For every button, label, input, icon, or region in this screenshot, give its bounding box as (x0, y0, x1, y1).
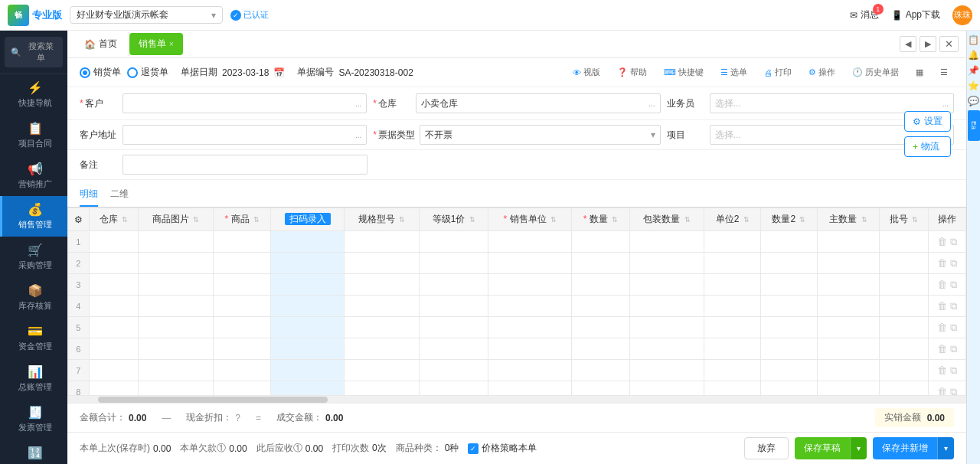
cell-3-price1[interactable] (420, 274, 488, 296)
cell-6-spec[interactable] (345, 338, 420, 360)
tab-detail[interactable]: 明细 (80, 185, 98, 207)
invoice-type-select[interactable]: 不开票 ▾ (420, 125, 661, 145)
user-avatar[interactable]: 珠珠 (952, 5, 972, 25)
right-panel-active-btn[interactable]: Ea (968, 110, 980, 141)
cell-2-warehouse[interactable] (89, 253, 138, 274)
copy-icon[interactable]: ⧉ (950, 257, 957, 270)
save-draft-dropdown[interactable]: ▾ (850, 437, 867, 459)
cell-1-warehouse[interactable] (89, 231, 138, 253)
tab-prev-button[interactable]: ◀ (900, 36, 916, 52)
cell-1-quantity[interactable] (572, 231, 630, 253)
cell-2-image[interactable] (139, 253, 214, 274)
cell-7-warehouse[interactable] (89, 360, 138, 381)
cell-3-unit[interactable] (488, 274, 572, 296)
cell-8-packqty[interactable] (629, 381, 704, 396)
copy-icon[interactable]: ⧉ (950, 300, 957, 312)
cell-5-unit[interactable] (488, 317, 572, 338)
cell-6-warehouse[interactable] (89, 338, 138, 360)
cell-4-batch[interactable] (879, 296, 928, 317)
cell-4-qty2[interactable] (761, 296, 818, 317)
cell-2-packqty[interactable] (629, 253, 704, 274)
cell-1-spec[interactable] (345, 231, 420, 253)
cell-2-qty[interactable] (572, 253, 630, 274)
delete-icon[interactable]: 🗑 (937, 236, 947, 248)
sales-radio[interactable]: 销货单 (80, 66, 121, 79)
cell-3-spec[interactable] (345, 274, 420, 296)
delete-icon[interactable]: 🗑 (937, 300, 947, 312)
cell-3-unit2[interactable] (704, 274, 761, 296)
cell-4-qty[interactable] (572, 296, 630, 317)
cell-3-batch[interactable] (879, 274, 928, 296)
tab-2d[interactable]: 二维 (110, 185, 129, 207)
cell-4-product[interactable] (213, 296, 271, 317)
cell-2-unit[interactable] (488, 253, 572, 274)
question-icon[interactable]: ? (235, 413, 240, 423)
cell-7-scan[interactable] (271, 360, 345, 381)
horizontal-scrollbar[interactable] (67, 395, 966, 403)
cell-3-product[interactable] (213, 274, 271, 296)
cell-8-warehouse[interactable] (89, 381, 138, 396)
print-button[interactable]: 🖨 打印 (758, 64, 798, 80)
cell-6-packqty[interactable] (629, 338, 704, 360)
cell-2-price1[interactable] (420, 253, 488, 274)
help-button[interactable]: ❓ 帮助 (611, 64, 653, 80)
cell-4-image[interactable] (139, 296, 214, 317)
cell-8-qty2[interactable] (761, 381, 818, 396)
cell-1-product[interactable] (213, 231, 271, 253)
right-panel-icon-3[interactable]: 📌 (968, 64, 980, 77)
delete-icon[interactable]: 🗑 (937, 343, 947, 355)
cell-6-image[interactable] (139, 338, 214, 360)
delete-icon[interactable]: 🗑 (937, 279, 947, 291)
cell-5-warehouse[interactable] (89, 317, 138, 338)
delete-icon[interactable]: 🗑 (937, 257, 947, 270)
cell-4-unit[interactable] (488, 296, 572, 317)
right-panel-icon-5[interactable]: 💬 (968, 95, 980, 107)
tab-next-button[interactable]: ▶ (920, 36, 936, 52)
company-selector[interactable]: 好业财专业版演示帐套 ▾ (70, 6, 223, 24)
shortcut-button[interactable]: ⌨ 快捷键 (658, 64, 710, 80)
cell-5-image[interactable] (139, 317, 214, 338)
copy-icon[interactable]: ⧉ (950, 343, 957, 355)
messages-button[interactable]: ✉ 消息 1 (850, 8, 879, 21)
cell-2-mainqty[interactable] (817, 253, 879, 274)
cell-3-scan[interactable] (271, 274, 345, 296)
cell-1-scan[interactable] (271, 231, 345, 253)
cell-3-packqty[interactable] (629, 274, 704, 296)
cell-4-price1[interactable] (420, 296, 488, 317)
right-panel-icon-4[interactable]: ⭐ (968, 80, 980, 92)
save-new-button[interactable]: 保存并新增 (873, 437, 937, 459)
cell-5-product[interactable] (213, 317, 271, 338)
cell-3-qty2[interactable] (761, 274, 818, 296)
cell-2-qty2[interactable] (761, 253, 818, 274)
cell-1-main-qty[interactable] (817, 231, 879, 253)
cell-7-qty[interactable] (572, 360, 630, 381)
cell-5-unit2[interactable] (704, 317, 761, 338)
select-button[interactable]: ☰ 选单 (714, 64, 753, 80)
tab-close-all-button[interactable]: ✕ (939, 36, 959, 52)
cell-8-unit2[interactable] (704, 381, 761, 396)
cell-7-qty2[interactable] (761, 360, 818, 381)
right-panel-icon-2[interactable]: 🔔 (968, 49, 980, 61)
cell-8-qty[interactable] (572, 381, 630, 396)
customer-input[interactable]: ... (122, 93, 367, 113)
cell-2-unit2[interactable] (704, 253, 761, 274)
view-button[interactable]: 👁 视版 (567, 64, 606, 80)
cell-7-mainqty[interactable] (817, 360, 879, 381)
sidebar-item-ledger[interactable]: 📊 总账管理 (0, 358, 67, 399)
copy-icon[interactable]: ⧉ (950, 386, 957, 396)
return-radio[interactable]: 退货单 (127, 66, 168, 79)
cell-8-unit[interactable] (488, 381, 572, 396)
search-menu-button[interactable]: 🔍 搜索菜单 (5, 37, 63, 67)
cell-8-scan[interactable] (271, 381, 345, 396)
cell-5-batch[interactable] (879, 317, 928, 338)
cell-1-pack-qty[interactable] (629, 231, 704, 253)
cell-6-price1[interactable] (420, 338, 488, 360)
copy-icon[interactable]: ⧉ (950, 279, 957, 291)
calendar-icon[interactable]: 📅 (273, 67, 285, 78)
cell-7-batch[interactable] (879, 360, 928, 381)
sidebar-item-inventory[interactable]: 📦 库存核算 (0, 277, 67, 318)
col-scan[interactable]: 扫码录入 (271, 208, 345, 231)
cell-5-scan[interactable] (271, 317, 345, 338)
layout1-button[interactable]: ▦ (910, 65, 929, 80)
cell-7-spec[interactable] (345, 360, 420, 381)
